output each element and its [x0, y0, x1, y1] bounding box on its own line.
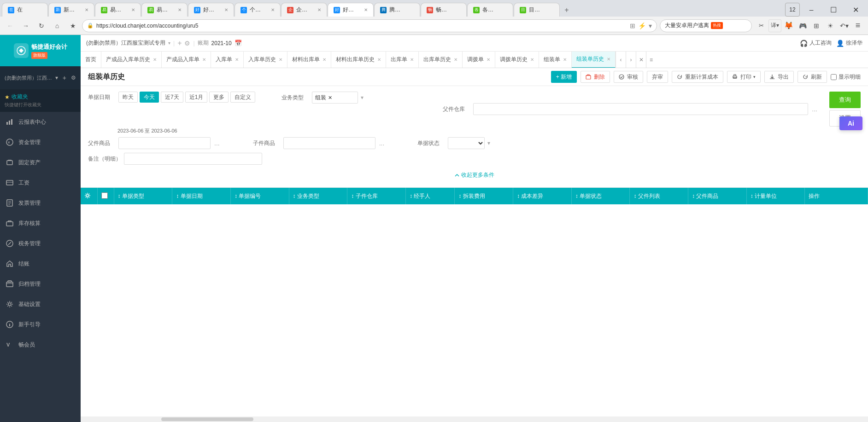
tab-close-8[interactable]: ✕ [364, 7, 368, 12]
company-dropdown-icon[interactable]: ▾ [55, 75, 58, 81]
th-parent-list[interactable]: ↕ 父件列表 [630, 188, 688, 204]
page-tab-mat-out-hist-close[interactable]: ✕ [377, 57, 381, 62]
address-qr-icon[interactable]: ⊞ [630, 22, 635, 29]
address-dropdown-icon[interactable]: ▾ [649, 22, 652, 29]
page-tab-assembly-hist-close[interactable]: ✕ [607, 57, 610, 62]
scrollbar-thumb[interactable] [161, 417, 253, 421]
th-biz-type[interactable]: ↕ 业务类型 [289, 188, 347, 204]
company-settings-icon[interactable]: ⚙ [71, 75, 76, 81]
service-btn[interactable]: 🎧 人工咨询 [800, 39, 832, 47]
tabs-prev-button[interactable]: ‹ [616, 52, 626, 68]
home-button[interactable]: ⌂ [51, 19, 64, 32]
date-btn-7days[interactable]: 近7天 [161, 92, 183, 103]
history-tool[interactable]: ↶▾ [838, 19, 850, 32]
child-goods-more-icon[interactable]: ... [379, 139, 385, 147]
page-tab-in-hist[interactable]: 入库单历史 ✕ [244, 52, 287, 68]
new-tab-button[interactable]: + [560, 4, 573, 17]
menu-tool[interactable]: ≡ [851, 19, 864, 32]
ai-assistant-button[interactable]: Ai [839, 116, 862, 130]
browser-tab-8[interactable]: 好 好… ✕ [328, 3, 374, 17]
export-button[interactable]: 导出 [764, 71, 794, 83]
tab-close-4[interactable]: ✕ [178, 7, 182, 12]
page-tab-prod-in-hist[interactable]: 产成品入库单历史 ✕ [101, 52, 162, 68]
nav-item-invoice[interactable]: 发票管理 [0, 193, 81, 213]
browser-tab-6[interactable]: 个 个… ✕ [235, 3, 281, 17]
company-add-icon[interactable]: + [63, 74, 66, 81]
horizontal-scrollbar[interactable] [81, 416, 868, 422]
page-tab-mat-out[interactable]: 材料出库单 ✕ [287, 52, 331, 68]
star-button[interactable]: ★ [66, 19, 79, 32]
sidebar-logo[interactable]: 畅捷通好会计 旗舰版 [0, 35, 81, 66]
page-tab-home[interactable]: 首页 [81, 52, 101, 68]
nav-item-assets[interactable]: 固定资产 [0, 152, 81, 173]
page-tab-prod-in[interactable]: 产成品入库单 ✕ [162, 52, 211, 68]
nav-item-salary[interactable]: 工资 [0, 173, 81, 193]
sidebar-company[interactable]: (勿删勿禁用）江西服宝测试专用 ▾ + ⚙ [0, 66, 81, 89]
tab-count-badge[interactable]: 12 [785, 3, 800, 17]
browser-tab-11[interactable]: 各 各… [467, 3, 513, 17]
tab-close-3[interactable]: ✕ [131, 7, 135, 12]
th-bill-status[interactable]: ↕ 单据状态 [571, 188, 630, 204]
page-tab-assembly-hist[interactable]: 组装单历史 ✕ [572, 52, 616, 68]
page-tab-out[interactable]: 出库单 ✕ [386, 52, 419, 68]
tab-close-6[interactable]: ✕ [271, 7, 275, 12]
address-lightning-icon[interactable]: ⚡ [638, 22, 646, 29]
date-btn-1month[interactable]: 近1月 [185, 92, 208, 103]
page-tab-in-hist-close[interactable]: ✕ [279, 57, 282, 62]
th-bill-no[interactable]: ↕ 单据编号 [230, 188, 289, 204]
audit-button[interactable]: 审核 [614, 71, 643, 83]
biz-type-remove[interactable]: ✕ [328, 95, 332, 101]
note-input[interactable] [124, 153, 262, 165]
print-button[interactable]: 打印 ▾ [727, 71, 761, 83]
tab-close-2[interactable]: ✕ [85, 7, 88, 12]
browser-tab-2[interactable]: 新 新… ✕ [48, 3, 94, 17]
nav-item-tax[interactable]: 税务管理 [0, 233, 81, 254]
add-button[interactable]: + 新增 [551, 71, 577, 83]
th-handler[interactable]: ↕ 经手人 [406, 188, 455, 204]
date-btn-custom[interactable]: 自定义 [230, 92, 255, 103]
nav-item-cloud-reports[interactable]: 云报表中心 [0, 112, 81, 132]
browser-tab-12[interactable]: 目 目… [514, 3, 560, 17]
page-tab-transfer-hist-close[interactable]: ✕ [530, 57, 534, 62]
favorites-section[interactable]: ★ 收藏夹 快捷键打开收藏夹 [0, 89, 81, 112]
show-detail-input[interactable] [831, 74, 837, 80]
page-tab-prod-in-close[interactable]: ✕ [202, 57, 206, 62]
th-child-warehouse[interactable]: ↕ 子件仓库 [347, 188, 406, 204]
th-cost-diff[interactable]: ↕ 成本差异 [513, 188, 571, 204]
close-button[interactable]: ✕ [845, 3, 866, 17]
date-btn-more[interactable]: 更多 [209, 92, 229, 103]
address-bar[interactable]: 🔒 https://cloud.chanjet.com/accounting/u… [82, 19, 657, 32]
minimize-button[interactable]: ‒ [801, 3, 822, 17]
page-tab-mat-out-hist[interactable]: 材料出库单历史 ✕ [331, 52, 386, 68]
page-tab-assembly[interactable]: 组装单 ✕ [539, 52, 572, 68]
parent-warehouse-more-icon[interactable]: ... [812, 105, 817, 113]
tab-close-7[interactable]: ✕ [317, 7, 321, 12]
sun-tool[interactable]: ☀ [824, 19, 837, 32]
page-tab-out-hist-close[interactable]: ✕ [454, 57, 457, 62]
browser-tab-9[interactable]: 腾 腾… [374, 3, 420, 17]
th-parent-goods[interactable]: ↕ 父件商品 [688, 188, 747, 204]
browser-tab-3[interactable]: 易 易… ✕ [95, 3, 141, 17]
tabs-close-all-button[interactable]: ✕ [636, 52, 646, 68]
reload-button[interactable]: ↻ [35, 19, 48, 32]
date-btn-yesterday[interactable]: 昨天 [118, 92, 138, 103]
add-company-btn[interactable]: + [177, 39, 182, 47]
page-tab-mat-out-close[interactable]: ✕ [323, 57, 326, 62]
calendar-icon[interactable]: 📅 [235, 40, 242, 46]
th-check[interactable] [97, 188, 114, 204]
page-tab-prod-in-hist-close[interactable]: ✕ [153, 57, 157, 62]
th-unit[interactable]: ↕ 计量单位 [746, 188, 805, 204]
th-bill-type[interactable]: ↕ 单据类型 [114, 188, 172, 204]
page-tab-transfer-hist[interactable]: 调拨单历史 ✕ [495, 52, 539, 68]
parent-goods-more-icon[interactable]: ... [214, 139, 220, 147]
nav-item-archive[interactable]: 归档管理 [0, 274, 81, 294]
grid-tool[interactable]: ⊞ [810, 19, 823, 32]
date-btn-today[interactable]: 今天 [140, 92, 159, 103]
refresh-button[interactable]: 刷新 [798, 71, 827, 83]
abandon-button[interactable]: 弃审 [647, 71, 668, 83]
page-tab-in[interactable]: 入库单 ✕ [211, 52, 244, 68]
biz-type-input-container[interactable]: 组装 ✕ [312, 92, 358, 104]
browser-tab-10[interactable]: 畅 畅… [421, 3, 467, 17]
status-dropdown-icon[interactable]: ▾ [487, 140, 490, 146]
child-goods-input[interactable] [283, 137, 375, 149]
